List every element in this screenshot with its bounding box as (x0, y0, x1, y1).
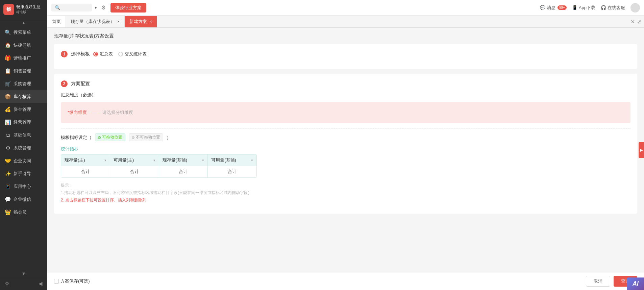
topbar-gear-icon[interactable]: ⚙ (101, 4, 106, 11)
dimension-area[interactable]: *纵向维度 —— 请选择分组维度 (61, 102, 630, 123)
sidebar-item-marketing[interactable]: 🎁 营销推广 (0, 52, 47, 65)
logo-text-block: 畅康通好生意 标准版 (16, 4, 41, 15)
content-area: 现存量(库存状况表)方案设置 1 选择模板 汇总表 交叉统计表 (47, 28, 644, 272)
radio-summary-dot (93, 52, 98, 56)
sidebar-item-basics[interactable]: 🗂 基础信息 (0, 129, 47, 142)
sidebar-item-label: 快捷导航 (14, 42, 31, 48)
radio-summary-label: 汇总表 (100, 51, 113, 57)
message-button[interactable]: 💬 消息 99+ (540, 5, 567, 11)
header-col3-label: 现存量(基辅) (163, 157, 188, 163)
collapse-icon[interactable]: ◀ (39, 281, 43, 287)
box-icon: 📦 (5, 94, 11, 100)
movable-label: 可拖动位置 (102, 135, 122, 140)
sidebar-item-label: 畅会员 (14, 209, 27, 215)
topbar-search-box[interactable]: 🔍 (51, 4, 92, 11)
user-avatar[interactable] (630, 3, 640, 13)
sidebar-item-finance[interactable]: 💰 资金管理 (0, 103, 47, 116)
sidebar-item-enterprise[interactable]: 🤝 企业协同 (0, 154, 47, 167)
cancel-button[interactable]: 取消 (586, 276, 610, 287)
sidebar-item-label: 系统管理 (14, 145, 31, 151)
tab-controls: ✕ ⤢ (628, 16, 644, 28)
settings-icon[interactable]: ⚙ (5, 281, 9, 287)
sidebar-scroll-down[interactable]: ▼ (0, 270, 47, 277)
tab-inventory-label: 现存量（库存状况表） (71, 19, 115, 25)
sidebar-logo: 畅 畅康通好生意 标准版 (0, 0, 47, 19)
headset-icon: 🎧 (601, 5, 606, 10)
sidebar-item-label: 企业微信 (14, 196, 31, 202)
sidebar-item-label: 采购管理 (14, 81, 31, 87)
sidebar-item-search[interactable]: 🔍 搜索菜单 (0, 26, 47, 39)
logo-icon: 畅 (3, 4, 14, 15)
topbar-right: 💬 消息 99+ 📱 App下载 🎧 在线客服 (540, 3, 640, 13)
stats-header-col2[interactable]: 可用量(主) ▾ (110, 154, 159, 166)
sidebar-footer: ⚙ ◀ (0, 277, 47, 290)
tab-new-scheme[interactable]: 新建方案 × (125, 16, 157, 27)
search-input[interactable] (61, 5, 89, 10)
stats-table-body: 合计 合计 合计 合计 (61, 166, 256, 177)
sidebar-scroll-up[interactable]: ▲ (0, 19, 47, 26)
save-option[interactable]: 方案保存(可选) (54, 278, 90, 284)
message-badge: 99+ (558, 5, 567, 10)
logo-badge: 标准版 (16, 10, 41, 15)
trial-industry-button[interactable]: 体验行业方案 (110, 3, 146, 13)
sidebar-item-wechat[interactable]: 💬 企业微信 (0, 193, 47, 206)
tabbar-wrapper: 首页 现存量（库存状况表） × 新建方案 × ✕ ⤢ (47, 16, 644, 28)
radio-crosstab[interactable]: 交叉统计表 (118, 51, 147, 57)
tab-new-scheme-close-icon[interactable]: × (150, 19, 152, 24)
stats-header-col1[interactable]: 现存量(主) ▾ (61, 154, 110, 166)
cart-icon: 🛒 (5, 81, 11, 87)
tab-close-icon[interactable]: ✕ (630, 19, 635, 25)
topbar-dropdown[interactable]: ▾ (95, 5, 97, 10)
sidebar-item-purchase[interactable]: 🛒 采购管理 (0, 77, 47, 90)
tab-expand-icon[interactable]: ⤢ (637, 19, 641, 25)
search-icon: 🔍 (5, 29, 11, 35)
sidebar-item-system[interactable]: ⚙ 系统管理 (0, 142, 47, 154)
sidebar-nav: 🔍 搜索菜单 🏠 快捷导航 🎁 营销推广 📋 销售管理 🛒 采购管理 📦 库存核… (0, 26, 47, 270)
hint-item-1: 1.拖动标题栏可以调整布局，不可跨维度或指标区域拖动栏目字段(只能在同一维度或指… (61, 190, 630, 196)
movable-dot (98, 136, 101, 139)
sidebar-item-guide[interactable]: ✨ 新手引导 (0, 167, 47, 180)
tab-home[interactable]: 首页 (47, 16, 66, 27)
stats-header-col3[interactable]: 现存量(基辅) ▾ (159, 154, 208, 166)
radio-summary[interactable]: 汇总表 (93, 51, 113, 57)
template-radio-group: 汇总表 交叉统计表 (93, 51, 147, 57)
step2-badge: 2 (61, 80, 68, 87)
tab-inventory-close-icon[interactable]: × (117, 19, 120, 24)
indicator-setting-row: 模板指标设定（ 可拖动位置 不可拖动位置 ） (61, 134, 630, 141)
stats-header-col4[interactable]: 可用量(基辅) ▾ (208, 154, 256, 166)
sidebar-item-label: 销售管理 (14, 68, 31, 74)
stats-title: 统计指标 (61, 146, 630, 152)
right-collapse-handle[interactable]: ▶ (639, 142, 644, 158)
body-col4: 合计 (208, 166, 256, 177)
save-checkbox[interactable] (54, 279, 59, 284)
sidebar-item-operations[interactable]: 📊 经营管理 (0, 116, 47, 129)
bottom-bar: 方案保存(可选) 取消 查询 (47, 272, 644, 290)
sidebar-item-appstore[interactable]: 📱 应用中心 (0, 180, 47, 193)
step2-title: 方案配置 (71, 81, 90, 87)
sidebar-item-inventory[interactable]: 📦 库存核算 (0, 90, 47, 103)
message-label: 消息 (547, 5, 555, 11)
sidebar-item-label: 应用中心 (14, 184, 31, 190)
money-icon: 💰 (5, 106, 11, 113)
ai-badge[interactable]: Ai (627, 277, 644, 290)
sidebar-item-label: 资金管理 (14, 106, 31, 113)
online-service-button[interactable]: 🎧 在线客服 (601, 5, 625, 11)
gift-icon: 🎁 (5, 55, 11, 61)
unmovable-label: 不可拖动位置 (136, 135, 160, 140)
sidebar-item-label: 基础信息 (14, 132, 31, 138)
step1-badge: 1 (61, 51, 68, 57)
hint-item-2: 2. 点击标题栏下拉可设置排序、插入列和删除列 (61, 197, 630, 203)
logo-abbr: 畅 (6, 6, 11, 13)
sidebar-item-member[interactable]: 👑 畅会员 (0, 206, 47, 219)
page-title: 现存量(库存状况表)方案设置 (54, 33, 637, 39)
sidebar-item-label: 企业协同 (14, 158, 31, 164)
hint-section: 提示： 1.拖动标题栏可以调整布局，不可跨维度或指标区域拖动栏目字段(只能在同一… (61, 183, 630, 203)
radio-crosstab-label: 交叉统计表 (125, 51, 147, 57)
sidebar-item-shortcut[interactable]: 🏠 快捷导航 (0, 39, 47, 52)
app-download-button[interactable]: 📱 App下载 (572, 5, 595, 11)
sidebar-item-label: 新手引导 (14, 171, 31, 177)
tab-new-scheme-label: 新建方案 (129, 19, 147, 25)
sidebar-item-sales[interactable]: 📋 销售管理 (0, 65, 47, 77)
tab-inventory-status[interactable]: 现存量（库存状况表） × (66, 16, 125, 27)
stats-table-header: 现存量(主) ▾ 可用量(主) ▾ 现存量(基辅) ▾ 可用量(基辅) (61, 154, 256, 166)
